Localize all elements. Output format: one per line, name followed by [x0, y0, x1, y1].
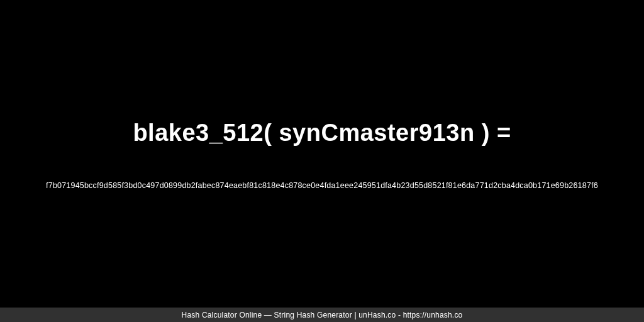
main-content: blake3_512( synCmaster913n ) = f7b071945…: [0, 119, 644, 190]
footer-text: Hash Calculator Online — String Hash Gen…: [182, 311, 463, 319]
hash-output-value: f7b071945bccf9d585f3bd0c497d0899db2fabec…: [46, 181, 598, 190]
footer-bar: Hash Calculator Online — String Hash Gen…: [0, 308, 644, 322]
hash-expression-heading: blake3_512( synCmaster913n ) =: [133, 119, 511, 147]
